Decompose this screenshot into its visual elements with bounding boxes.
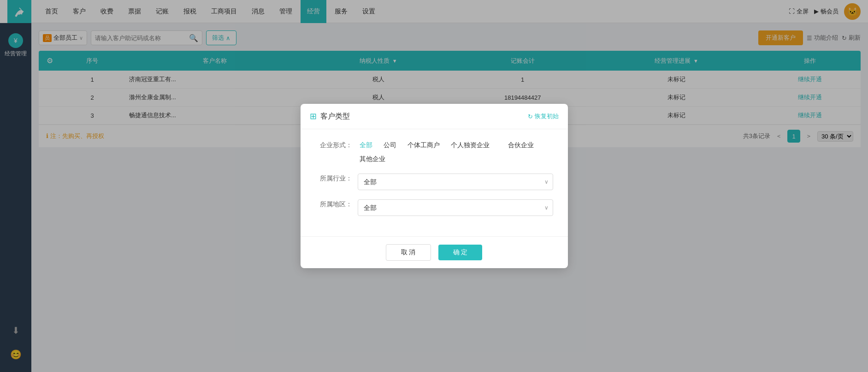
region-select[interactable]: 全部 北京 上海 广东 山东 (358, 199, 553, 216)
option-sole[interactable]: 个人独资企业 (449, 140, 491, 150)
confirm-button[interactable]: 确 定 (438, 245, 483, 260)
modal-reset-button[interactable]: ↻ 恢复初始 (528, 112, 559, 120)
industry-select-wrap: 全部 制造业 服务业 零售业 建筑业 ∨ (358, 174, 553, 190)
modal-body: 企业形式： 全部 公司 个体工商户 个人独资企业 合伙企业 其他企业 所属行业：… (301, 129, 568, 236)
region-form-row: 所属地区： 全部 北京 上海 广东 山东 ∨ (315, 199, 553, 216)
enterprise-options: 全部 公司 个体工商户 个人独资企业 合伙企业 其他企业 (358, 140, 553, 164)
cancel-button[interactable]: 取 消 (386, 244, 431, 261)
region-label: 所属地区： (315, 199, 352, 209)
enterprise-form-row: 企业形式： 全部 公司 个体工商户 个人独资企业 合伙企业 其他企业 (315, 140, 553, 164)
option-other[interactable]: 其他企业 (358, 154, 387, 164)
enterprise-form-label: 企业形式： (315, 140, 352, 150)
filter-icon: ⊞ (310, 111, 317, 121)
industry-select[interactable]: 全部 制造业 服务业 零售业 建筑业 (358, 174, 553, 190)
industry-label: 所属行业： (315, 174, 352, 183)
option-company[interactable]: 公司 (382, 140, 398, 150)
modal-title: ⊞ 客户类型 (310, 111, 350, 121)
modal-footer: 取 消 确 定 (301, 236, 568, 268)
option-all[interactable]: 全部 (358, 140, 374, 150)
reset-icon: ↻ (528, 113, 533, 120)
modal-header: ⊞ 客户类型 ↻ 恢复初始 (301, 104, 568, 129)
modal-overlay[interactable]: ⊞ 客户类型 ↻ 恢复初始 企业形式： 全部 公司 个体工商户 个人独资企业 合… (0, 0, 868, 372)
region-select-wrap: 全部 北京 上海 广东 山东 ∨ (358, 199, 553, 216)
option-individual[interactable]: 个体工商户 (406, 140, 442, 150)
industry-form-row: 所属行业： 全部 制造业 服务业 零售业 建筑业 ∨ (315, 174, 553, 190)
option-partnership[interactable]: 合伙企业 (506, 140, 536, 150)
filter-modal: ⊞ 客户类型 ↻ 恢复初始 企业形式： 全部 公司 个体工商户 个人独资企业 合… (301, 104, 568, 268)
